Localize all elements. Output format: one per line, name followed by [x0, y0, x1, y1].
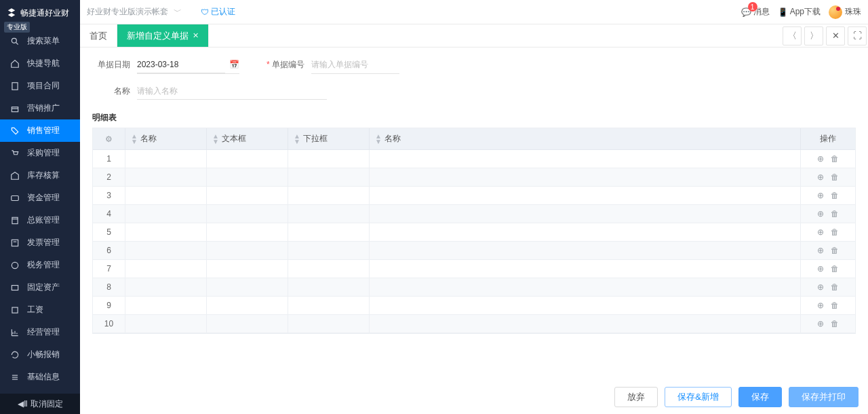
table-row[interactable]: 3⊕🗑: [93, 187, 855, 205]
sidebar-item-tax[interactable]: 税务管理: [0, 254, 80, 276]
cell-text[interactable]: [207, 278, 288, 296]
cell-select[interactable]: [288, 168, 370, 186]
messages-button[interactable]: 💬 消息 1: [741, 6, 770, 18]
delete-row-icon[interactable]: 🗑: [831, 319, 839, 328]
sidebar-item-salary[interactable]: 工资: [0, 299, 80, 321]
add-row-icon[interactable]: ⊕: [817, 191, 824, 200]
cell-name2[interactable]: [370, 315, 801, 333]
sidebar-item-invoice[interactable]: 发票管理: [0, 231, 80, 254]
cell-select[interactable]: [288, 150, 370, 168]
abandon-button[interactable]: 放弃: [614, 387, 658, 407]
cell-name1[interactable]: [125, 223, 207, 241]
cell-text[interactable]: [207, 150, 288, 168]
add-row-icon[interactable]: ⊕: [817, 246, 824, 255]
tab-custom-bill[interactable]: 新增自定义单据 ✕: [117, 24, 209, 47]
sidebar-item-capital[interactable]: 资金管理: [0, 187, 80, 209]
cell-text[interactable]: [207, 187, 288, 204]
cell-name2[interactable]: [370, 187, 801, 204]
delete-row-icon[interactable]: 🗑: [831, 246, 839, 255]
add-row-icon[interactable]: ⊕: [817, 209, 824, 219]
cell-name1[interactable]: [125, 205, 207, 223]
sidebar-item-stock[interactable]: 库存核算: [0, 164, 80, 187]
cell-select[interactable]: [288, 297, 370, 314]
add-row-icon[interactable]: ⊕: [817, 154, 824, 164]
table-row[interactable]: 4⊕🗑: [93, 205, 855, 223]
delete-row-icon[interactable]: 🗑: [831, 172, 839, 182]
add-row-icon[interactable]: ⊕: [817, 282, 824, 292]
cell-select[interactable]: [288, 242, 370, 259]
delete-row-icon[interactable]: 🗑: [831, 209, 839, 219]
th-name1[interactable]: ▲▼名称: [125, 128, 207, 149]
sidebar-item-contract[interactable]: 项目合同: [0, 75, 80, 97]
delete-row-icon[interactable]: 🗑: [831, 301, 839, 310]
sidebar-item-expense[interactable]: 小畅报销: [0, 343, 80, 366]
cell-name2[interactable]: [370, 260, 801, 278]
tab-next-button[interactable]: 〉: [804, 26, 823, 45]
save-button[interactable]: 保存: [738, 387, 782, 407]
bill-no-input[interactable]: [311, 56, 399, 74]
add-row-icon[interactable]: ⊕: [817, 264, 824, 274]
cell-text[interactable]: [207, 315, 288, 333]
cell-name1[interactable]: [125, 150, 207, 168]
cell-name1[interactable]: [125, 242, 207, 259]
fullscreen-button[interactable]: ⛶: [848, 26, 867, 45]
delete-row-icon[interactable]: 🗑: [831, 282, 839, 292]
cell-name2[interactable]: [370, 223, 801, 241]
cell-name2[interactable]: [370, 150, 801, 168]
sidebar-item-quicknav[interactable]: 快捷导航: [0, 52, 80, 75]
cell-name1[interactable]: [125, 278, 207, 296]
add-row-icon[interactable]: ⊕: [817, 227, 824, 237]
sidebar-item-marketing[interactable]: 营销推广: [0, 97, 80, 119]
sidebar-item-fixedasset[interactable]: 固定资产: [0, 276, 80, 299]
cell-name1[interactable]: [125, 187, 207, 204]
cell-name2[interactable]: [370, 168, 801, 186]
bill-date-input[interactable]: [137, 56, 225, 73]
cell-select[interactable]: [288, 205, 370, 223]
sidebar-item-search[interactable]: 搜索菜单: [0, 30, 80, 52]
name-input[interactable]: [137, 82, 327, 100]
table-row[interactable]: 8⊕🗑: [93, 278, 855, 297]
sidebar-item-system[interactable]: 系统管理: [0, 388, 80, 394]
account-selector[interactable]: 好业财专业版演示帐套 ﹀: [87, 6, 182, 18]
cell-text[interactable]: [207, 205, 288, 223]
tab-home[interactable]: 首页: [80, 24, 117, 47]
table-row[interactable]: 7⊕🗑: [93, 260, 855, 278]
add-row-icon[interactable]: ⊕: [817, 172, 824, 182]
tab-prev-button[interactable]: 〈: [783, 26, 802, 45]
th-select[interactable]: ▲▼下拉框: [288, 128, 370, 149]
th-name2[interactable]: ▲▼名称: [370, 128, 801, 149]
user-menu[interactable]: 珠珠: [829, 5, 861, 19]
save-new-button[interactable]: 保存&新增: [665, 387, 732, 407]
close-icon[interactable]: ✕: [193, 31, 199, 40]
table-row[interactable]: 6⊕🗑: [93, 242, 855, 260]
delete-row-icon[interactable]: 🗑: [831, 264, 839, 274]
calendar-icon[interactable]: 📅: [229, 60, 239, 69]
add-row-icon[interactable]: ⊕: [817, 301, 824, 310]
cell-select[interactable]: [288, 315, 370, 333]
sidebar-item-sales[interactable]: 销售管理: [0, 119, 80, 142]
cell-text[interactable]: [207, 223, 288, 241]
sidebar-unpin[interactable]: ◀Ⅱ 取消固定: [0, 394, 80, 414]
cell-text[interactable]: [207, 297, 288, 314]
table-row[interactable]: 2⊕🗑: [93, 168, 855, 187]
cell-name2[interactable]: [370, 205, 801, 223]
cell-name2[interactable]: [370, 242, 801, 259]
th-text[interactable]: ▲▼文本框: [207, 128, 288, 149]
cell-name1[interactable]: [125, 297, 207, 314]
table-row[interactable]: 1⊕🗑: [93, 150, 855, 168]
sidebar-item-ledger[interactable]: 总账管理: [0, 209, 80, 231]
cell-select[interactable]: [288, 278, 370, 296]
app-download-button[interactable]: 📱 App下载: [778, 6, 821, 18]
table-row[interactable]: 5⊕🗑: [93, 223, 855, 242]
delete-row-icon[interactable]: 🗑: [831, 154, 839, 164]
cell-name2[interactable]: [370, 278, 801, 296]
cell-name1[interactable]: [125, 168, 207, 186]
delete-row-icon[interactable]: 🗑: [831, 191, 839, 200]
delete-row-icon[interactable]: 🗑: [831, 227, 839, 237]
sidebar-item-operation[interactable]: 经营管理: [0, 321, 80, 343]
cell-select[interactable]: [288, 260, 370, 278]
table-gear[interactable]: ⚙: [93, 128, 125, 149]
cell-text[interactable]: [207, 242, 288, 259]
cell-name1[interactable]: [125, 260, 207, 278]
table-row[interactable]: 9⊕🗑: [93, 297, 855, 315]
